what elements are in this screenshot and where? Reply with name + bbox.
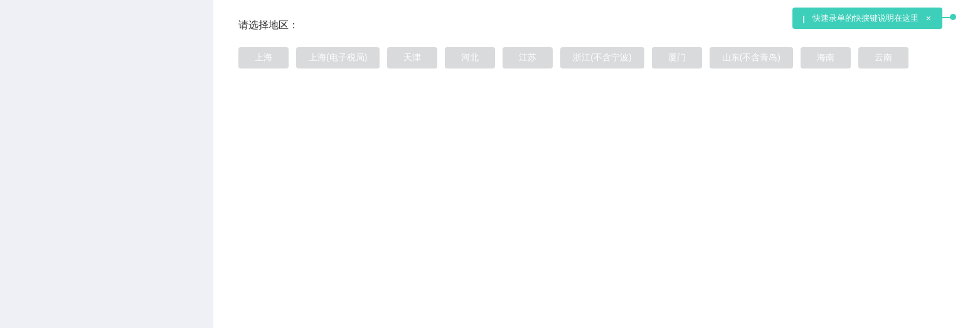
region-btn-hebei[interactable]: 河北 <box>445 47 495 68</box>
region-btn-yunnan[interactable]: 云南 <box>858 47 908 68</box>
region-btn-zhejiang[interactable]: 浙江(不含宁波) <box>560 47 644 68</box>
tooltip-banner: 快速录单的快捩键说明在这里 × <box>792 8 942 29</box>
left-sidebar <box>0 0 213 328</box>
region-btn-shandong[interactable]: 山东(不含青岛) <box>710 47 793 68</box>
region-btn-shanghai[interactable]: 上海 <box>238 47 289 68</box>
tooltip-text: 快速录单的快捩键说明在这里 <box>812 13 919 24</box>
region-btn-shanghai-etax[interactable]: 上海(电子税局) <box>296 47 380 68</box>
main-content: 请选择地区： 上海上海(电子税局)天津河北江苏浙江(不含宁波)厦门山东(不含青岛… <box>213 0 980 328</box>
tooltip-dot <box>950 14 956 20</box>
region-btn-xiamen[interactable]: 厦门 <box>652 47 702 68</box>
region-buttons-container: 上海上海(电子税局)天津河北江苏浙江(不含宁波)厦门山东(不含青岛)海南云南 <box>238 47 955 68</box>
region-btn-hainan[interactable]: 海南 <box>801 47 851 68</box>
region-btn-tianjin[interactable]: 天津 <box>387 47 437 68</box>
region-btn-jiangsu[interactable]: 江苏 <box>503 47 553 68</box>
tooltip-close-button[interactable]: × <box>925 13 932 23</box>
